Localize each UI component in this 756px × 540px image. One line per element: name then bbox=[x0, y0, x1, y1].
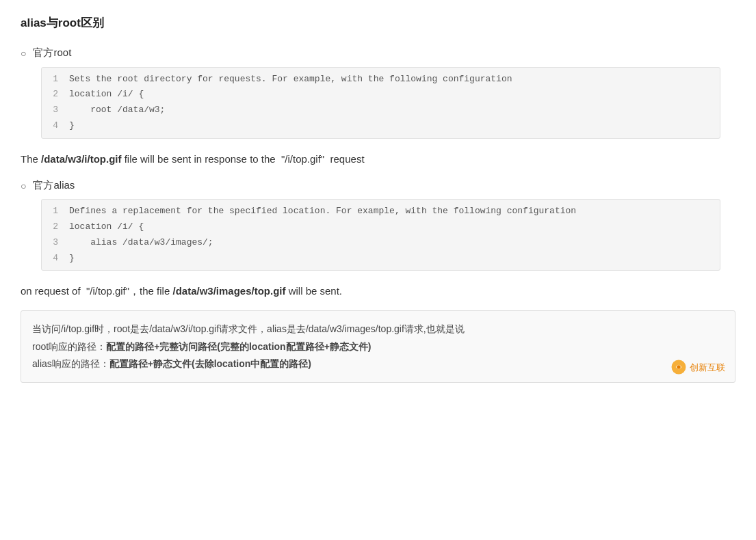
note-line2-bold: 配置的路径+完整访问路径(完整的location配置路径+静态文件) bbox=[106, 341, 371, 352]
alias-line-code-2: location /i/ { bbox=[69, 220, 144, 234]
section-root: ○ 官方root 1 Sets the root directory for r… bbox=[21, 44, 735, 139]
note-line-1: 当访问/i/top.gif时，root是去/data/w3/i/top.gif请… bbox=[32, 321, 724, 338]
line-code-4: } bbox=[69, 119, 75, 133]
note-box: 当访问/i/top.gif时，root是去/data/w3/i/top.gif请… bbox=[21, 310, 735, 383]
watermark-icon bbox=[671, 360, 686, 375]
alias-label: 官方alias bbox=[33, 177, 75, 193]
line-num-4: 4 bbox=[42, 119, 69, 133]
code-block-alias: 1 Defines a replacement for the specifie… bbox=[41, 199, 720, 271]
alias-code-line-2: 2 location /i/ { bbox=[42, 219, 720, 235]
list-item-alias: ○ 官方alias bbox=[21, 177, 735, 193]
note-line2-prefix: root响应的路径： bbox=[32, 341, 106, 352]
code-line-2: 2 location /i/ { bbox=[42, 87, 720, 103]
alias-line-num-4: 4 bbox=[42, 252, 69, 266]
bullet-root: ○ bbox=[21, 46, 26, 61]
alias-line-num-1: 1 bbox=[42, 204, 69, 219]
watermark: 创新互联 bbox=[671, 360, 725, 375]
alias-line-code-3: alias /data/w3/images/; bbox=[69, 236, 213, 250]
line-num-1: 1 bbox=[42, 72, 69, 87]
path-bold-1: /data/w3/i/top.gif bbox=[41, 153, 122, 165]
alias-line-code-1: Defines a replacement for the specified … bbox=[69, 204, 576, 219]
svg-point-1 bbox=[677, 365, 681, 369]
list-item-root: ○ 官方root bbox=[21, 44, 735, 61]
alias-code-line-3: 3 alias /data/w3/images/; bbox=[42, 235, 720, 251]
alias-line-num-3: 3 bbox=[42, 236, 69, 250]
path-bold-2: /data/w3/images/top.gif bbox=[172, 285, 285, 297]
line-num-3: 3 bbox=[42, 103, 69, 118]
bullet-alias: ○ bbox=[21, 178, 26, 193]
code-block-root: 1 Sets the root directory for requests. … bbox=[41, 67, 720, 139]
root-label: 官方root bbox=[33, 44, 71, 61]
note-line3-prefix: alias响应的路径： bbox=[32, 358, 109, 369]
page-title: alias与root区别 bbox=[21, 14, 735, 32]
note-line-2: root响应的路径：配置的路径+完整访问路径(完整的location配置路径+静… bbox=[32, 338, 724, 355]
quoted-path-2: "/i/top.gif" bbox=[86, 285, 129, 297]
line-code-2: location /i/ { bbox=[69, 87, 144, 102]
code-line-3: 3 root /data/w3; bbox=[42, 103, 720, 118]
code-line-4: 4 } bbox=[42, 118, 720, 134]
section-alias: ○ 官方alias 1 Defines a replacement for th… bbox=[21, 177, 735, 271]
alias-code-line-1: 1 Defines a replacement for the specifie… bbox=[42, 204, 720, 219]
alias-line-code-4: } bbox=[69, 252, 75, 266]
note-line-3: alias响应的路径：配置路径+静态文件(去除location中配置的路径) bbox=[32, 355, 724, 373]
line-code-1: Sets the root directory for requests. Fo… bbox=[69, 72, 512, 87]
alias-code-line-4: 4 } bbox=[42, 251, 720, 267]
quoted-path-1: "/i/top.gif" bbox=[281, 153, 324, 165]
code-line-1: 1 Sets the root directory for requests. … bbox=[42, 72, 720, 87]
alias-line-num-2: 2 bbox=[42, 220, 69, 234]
prose-line-1: The /data/w3/i/top.gif file will be sent… bbox=[21, 151, 735, 167]
line-code-3: root /data/w3; bbox=[69, 103, 165, 118]
prose-line-2: on request of "/i/top.gif"，the file /dat… bbox=[21, 283, 735, 299]
note-line3-bold: 配置路径+静态文件(去除location中配置的路径) bbox=[109, 358, 311, 369]
watermark-text: 创新互联 bbox=[690, 360, 725, 375]
line-num-2: 2 bbox=[42, 87, 69, 102]
